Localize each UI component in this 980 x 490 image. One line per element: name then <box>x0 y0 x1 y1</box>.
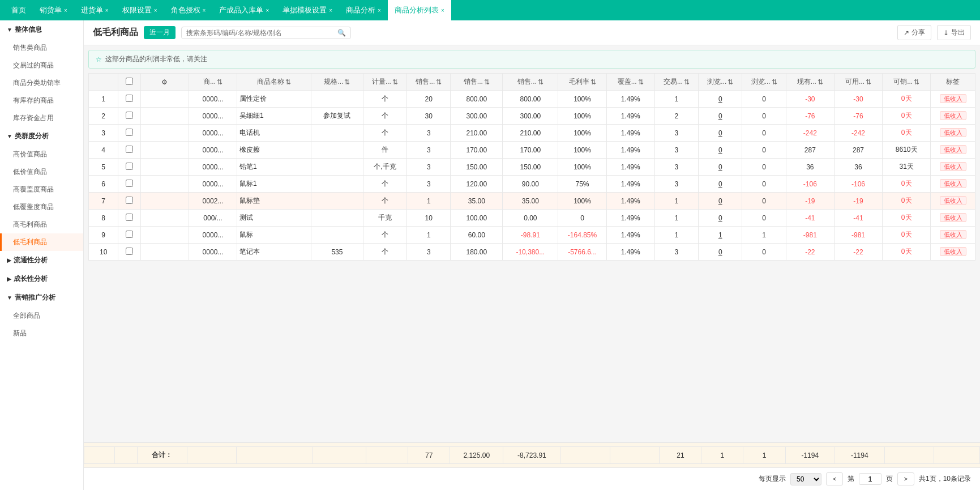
cell-check[interactable] <box>118 108 140 125</box>
cell-check[interactable] <box>118 244 140 261</box>
page-number-input[interactable] <box>859 473 881 485</box>
col-header-trade[interactable]: 交易...⇅ <box>654 74 698 91</box>
cell-check[interactable] <box>118 142 140 159</box>
cell-stock: -30 <box>786 91 834 108</box>
cell-sales-price: 180.00 <box>451 244 503 261</box>
cell-view1[interactable]: 0 <box>699 142 742 159</box>
cell-unit: 个 <box>363 176 406 193</box>
sidebar-group-growth[interactable]: ▶ 成长性分析 <box>0 270 83 288</box>
nav-goods-analysis-list[interactable]: 商品分析列表× <box>388 0 451 20</box>
next-page-button[interactable]: ＞ <box>897 472 914 485</box>
sidebar-item-category-rate[interactable]: 商品分类助销率 <box>0 74 83 92</box>
sidebar-item-all-goods[interactable]: 全部商品 <box>0 307 83 325</box>
search-input[interactable] <box>186 29 337 37</box>
row-checkbox[interactable] <box>126 214 133 221</box>
cell-check[interactable] <box>118 159 140 176</box>
col-header-stock[interactable]: 现有...⇅ <box>786 74 834 91</box>
col-header-code[interactable]: 商...⇅ <box>189 74 237 91</box>
select-all-checkbox[interactable] <box>126 78 133 85</box>
row-checkbox[interactable] <box>126 197 133 204</box>
export-button[interactable]: ⤓ 导出 <box>937 25 971 40</box>
col-header-unit[interactable]: 计量...⇅ <box>363 74 406 91</box>
nav-close-role-auth[interactable]: × <box>203 7 206 14</box>
search-icon[interactable]: 🔍 <box>337 29 346 37</box>
cell-check[interactable] <box>118 210 140 227</box>
col-header-profit-rate[interactable]: 毛利率⇅ <box>558 74 606 91</box>
cell-view1[interactable]: 0 <box>699 159 742 176</box>
cell-view1[interactable]: 0 <box>699 210 742 227</box>
row-checkbox[interactable] <box>126 231 133 238</box>
col-header-avail[interactable]: 可用...⇅ <box>834 74 882 91</box>
col-header-sales-profit[interactable]: 销售...⇅ <box>503 74 558 91</box>
prev-page-button[interactable]: ＜ <box>826 472 843 485</box>
col-header-spec[interactable]: 规格...⇅ <box>311 74 363 91</box>
col-header-check[interactable] <box>118 74 140 91</box>
cell-check[interactable] <box>118 193 140 210</box>
col-header-cover-rate[interactable]: 覆盖...⇅ <box>606 74 654 91</box>
sidebar-item-low-profit[interactable]: 低毛利商品 <box>0 233 83 251</box>
col-header-settings[interactable]: ⚙ <box>140 74 189 91</box>
sidebar-group-marketing[interactable]: ▼ 营销推广分析 <box>0 288 83 307</box>
row-checkbox[interactable] <box>126 95 133 102</box>
sidebar-item-sales-goods[interactable]: 销售类商品 <box>0 39 83 57</box>
sidebar-group-overall[interactable]: ▼ 整体信息 <box>0 20 83 39</box>
nav-goods-analysis[interactable]: 商品分析× <box>339 0 388 20</box>
row-checkbox[interactable] <box>126 248 133 255</box>
cell-view1[interactable]: 0 <box>699 108 742 125</box>
col-header-sales-price[interactable]: 销售...⇅ <box>451 74 503 91</box>
nav-close-sales-order[interactable]: × <box>64 7 67 14</box>
sidebar-item-low-value[interactable]: 低价值商品 <box>0 163 83 181</box>
col-header-view1[interactable]: 浏览...⇅ <box>699 74 742 91</box>
nav-close-goods-analysis-list[interactable]: × <box>441 7 444 14</box>
sidebar-item-traded-goods[interactable]: 交易过的商品 <box>0 57 83 74</box>
sidebar-item-high-coverage[interactable]: 高覆盖度商品 <box>0 181 83 198</box>
cell-view1[interactable]: 1 <box>699 227 742 244</box>
sidebar-item-stocked-goods[interactable]: 有库存的商品 <box>0 92 83 109</box>
sidebar-item-low-coverage[interactable]: 低覆盖度商品 <box>0 198 83 216</box>
cell-check[interactable] <box>118 227 140 244</box>
cell-view1[interactable]: 0 <box>699 244 742 261</box>
sidebar-item-high-profit[interactable]: 高毛利商品 <box>0 216 83 233</box>
nav-product-stock[interactable]: 产成品入库单× <box>212 0 276 20</box>
col-header-view2[interactable]: 浏览...⇅ <box>742 74 786 91</box>
cell-view1[interactable]: 0 <box>699 193 742 210</box>
sidebar-group-cluster[interactable]: ▼ 类群度分析 <box>0 127 83 146</box>
cell-view1[interactable]: 0 <box>699 125 742 142</box>
row-checkbox[interactable] <box>126 129 133 136</box>
nav-home[interactable]: 首页 <box>5 0 33 20</box>
table-row: 7 0002... 鼠标垫 个 1 35.00 35.00 100% 1.49%… <box>89 193 975 210</box>
nav-sales-order[interactable]: 销货单× <box>33 0 74 20</box>
cell-unit: 件 <box>363 142 406 159</box>
nav-template-setting[interactable]: 单据模板设置× <box>276 0 339 20</box>
col-header-name[interactable]: 商品名称⇅ <box>237 74 311 91</box>
nav-close-goods-analysis[interactable]: × <box>378 7 381 14</box>
sidebar-group-circulation[interactable]: ▶ 流通性分析 <box>0 251 83 270</box>
share-button[interactable]: ↗ 分享 <box>897 25 931 40</box>
nav-purchase-order[interactable]: 进货单× <box>74 0 115 20</box>
tag-badge: 低收入 <box>940 230 966 239</box>
row-checkbox[interactable] <box>126 163 133 170</box>
nav-close-template-setting[interactable]: × <box>329 7 332 14</box>
cell-check[interactable] <box>118 125 140 142</box>
nav-role-auth[interactable]: 角色授权× <box>164 0 213 20</box>
row-checkbox[interactable] <box>126 112 133 119</box>
col-header-saleable[interactable]: 可销...⇅ <box>883 74 931 91</box>
nav-permission[interactable]: 权限设置× <box>115 0 164 20</box>
sidebar-item-new-goods[interactable]: 新品 <box>0 325 83 342</box>
col-header-sales-qty[interactable]: 销售...⇅ <box>407 74 451 91</box>
nav-close-product-stock[interactable]: × <box>266 7 269 14</box>
cell-view1[interactable]: 0 <box>699 91 742 108</box>
sidebar-item-high-value[interactable]: 高价值商品 <box>0 146 83 163</box>
row-checkbox[interactable] <box>126 146 133 153</box>
period-button[interactable]: 近一月 <box>144 26 176 39</box>
row-checkbox[interactable] <box>126 180 133 187</box>
cell-view2: 0 <box>742 91 786 108</box>
cell-view1[interactable]: 0 <box>699 176 742 193</box>
sidebar-item-stock-capital[interactable]: 库存资金占用 <box>0 109 83 127</box>
cell-check[interactable] <box>118 176 140 193</box>
nav-close-purchase-order[interactable]: × <box>105 7 109 14</box>
nav-close-permission[interactable]: × <box>154 7 157 14</box>
page-size-select[interactable]: 50 100 200 <box>790 473 821 485</box>
tag-badge: 低收入 <box>940 247 966 256</box>
cell-check[interactable] <box>118 91 140 108</box>
